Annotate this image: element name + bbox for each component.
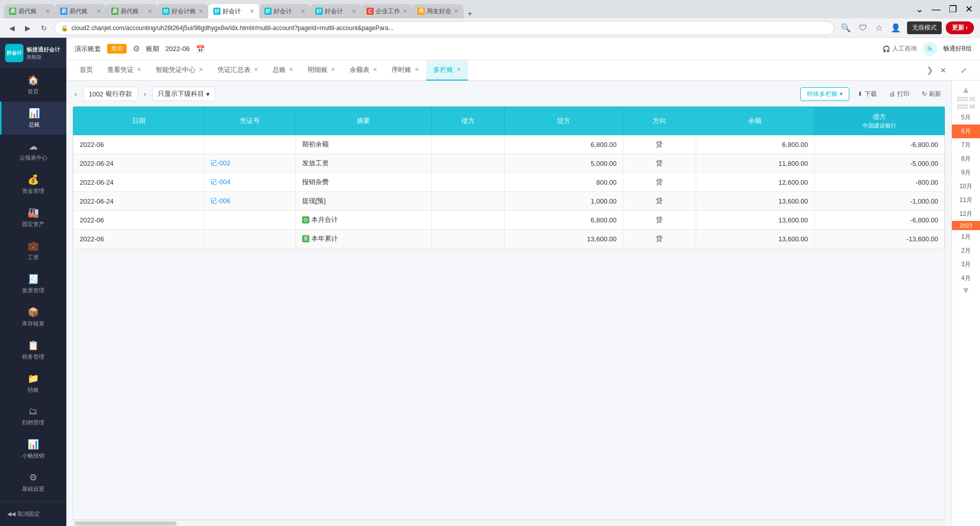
download-button[interactable]: ⬇ 下载 [853,87,881,101]
tab-enterprise-8[interactable]: C 企业工作 ✕ [361,4,412,18]
profile-icon[interactable]: 👤 [889,21,903,35]
h-scroll-thumb[interactable] [75,521,177,525]
tab-detail-ledger[interactable]: 明细账 ✕ [301,60,342,81]
tab-yidaizhang-2[interactable]: 易 易代账 ✕ [55,4,106,18]
tab-close-9[interactable]: ✕ [454,8,458,15]
timeline-month-12[interactable]: 12月 [952,207,980,221]
tab-close-7[interactable]: ✕ [352,8,356,15]
tab-yidaizhang-3[interactable]: 易 易代账 ✕ [106,4,157,18]
timeline-month-1[interactable]: 1月 [952,230,980,244]
tab-close-8[interactable]: ✕ [403,8,407,15]
back-button[interactable]: ◀ [6,22,18,34]
sidebar-item-settlement[interactable]: 📁 结账 [0,367,66,400]
tab-haohuiji-4[interactable]: 好 好会计账 ✕ [157,4,208,18]
sidebar-item-fixed-assets[interactable]: 🏭 固定资产 [0,201,66,234]
tab-detail-ledger-close[interactable]: ✕ [331,66,335,73]
sidebar-item-ledger[interactable]: 📊 总账 [0,102,66,135]
timeline-scroll-up[interactable]: ▲ [962,85,971,95]
account-selector[interactable]: 1002 银行存款 [83,87,138,101]
tab-close-2[interactable]: ✕ [96,8,101,15]
timeline-month-9[interactable]: 9月 [952,166,980,180]
timeline-month-6[interactable]: 6月 [952,124,980,138]
row2-voucher[interactable]: 记-002 [204,154,296,173]
row4-voucher[interactable]: 记-006 [204,192,296,211]
reload-button[interactable]: ↻ [38,22,50,34]
tab-list-button[interactable]: ⌄ [913,2,926,17]
timeline-scroll-down[interactable]: ▼ [962,285,971,296]
panel-close-icon[interactable]: ✕ [933,60,953,81]
timeline-month-3[interactable]: 3月 [952,258,980,271]
sidebar-item-archive[interactable]: 🗂 归档管理 [0,400,66,433]
tab-close-5[interactable]: ✕ [250,8,254,15]
new-tab-button[interactable]: + [463,9,476,18]
tab-smart-voucher-close[interactable]: ✕ [199,66,203,73]
tab-smart-voucher[interactable]: 智能凭证中心 ✕ [149,60,210,81]
sidebar-item-cloud-report[interactable]: ☁ 云报表中心 [0,135,66,168]
forward-button[interactable]: ▶ [22,22,34,34]
sidebar-item-tax[interactable]: 📋 税务管理 [0,334,66,367]
tab-multi-col[interactable]: 多栏账 ✕ [426,60,468,81]
tab-haohuiji-5[interactable]: 好 好会计 ✕ [208,4,259,18]
close-window-button[interactable]: ✕ [962,2,976,17]
sidebar-item-payroll[interactable]: 💼 工资 [0,234,66,267]
service-button[interactable]: 🎧 人工咨询 [883,44,917,53]
search-icon[interactable]: 🔍 [839,21,853,35]
row3-voucher[interactable]: 记-004 [204,173,296,192]
tab-multi-col-close[interactable]: ✕ [456,66,461,73]
timeline-month-4[interactable]: 4月 [952,271,980,285]
shield-icon[interactable]: 🛡 [857,21,869,35]
star-icon[interactable]: ☆ [873,21,885,35]
tab-yonyou-9[interactable]: 用 用友好业 ✕ [412,4,463,18]
calendar-icon[interactable]: 📅 [196,45,205,53]
tab-voucher-summary[interactable]: 凭证汇总表 ✕ [210,60,265,81]
tab-arrow-icon[interactable]: ❯ [926,65,933,75]
settings-gear-icon[interactable]: ⚙ [133,44,140,54]
tab-close-1[interactable]: ✕ [45,8,50,15]
tab-close-6[interactable]: ✕ [301,8,305,15]
tab-general-ledger[interactable]: 总账 ✕ [265,60,301,81]
tab-view-voucher[interactable]: 查看凭证 ✕ [100,60,149,81]
sidebar-item-inventory[interactable]: 📦 库存核算 [0,300,66,334]
filter-selector[interactable]: 只显示下级科目 ▾ [152,87,215,101]
tab-general-ledger-close[interactable]: ✕ [289,66,293,73]
sidebar-item-home[interactable]: 🏠 首页 [0,68,66,102]
account-next-button[interactable]: › [142,88,149,100]
tab-balance[interactable]: 余额表 ✕ [342,60,384,81]
tab-haohuiji-7[interactable]: 好 好会计 ✕ [310,4,361,18]
refresh-button[interactable]: ↻ 刷新 [918,87,945,101]
panel-expand-icon[interactable]: ⤢ [953,60,974,81]
tab-home[interactable]: 首页 [72,60,100,81]
no-trace-mode-button[interactable]: 无痕模式 [907,21,942,34]
timeline-month-7[interactable]: 7月 [952,138,980,152]
tab-yidaizhang-1[interactable]: 易 易代账 ✕ [4,4,55,18]
tab-close-3[interactable]: ✕ [148,8,152,15]
tab-close-4[interactable]: ✕ [199,8,203,15]
timeline-month-2[interactable]: 2月 [952,244,980,258]
timeline-month-10[interactable]: 10月 [952,180,980,193]
account-prev-button[interactable]: ‹ [72,88,79,100]
minimize-button[interactable]: — [928,2,944,17]
sidebar-item-invoice[interactable]: 🧾 发票管理 [0,267,66,300]
sidebar-item-expense[interactable]: 📊 小畅报销 [0,433,66,466]
maximize-button[interactable]: ❐ [946,2,960,17]
timeline-month-11[interactable]: 11月 [952,193,980,207]
tab-view-voucher-close[interactable]: ✕ [137,66,141,73]
tab-voucher-summary-close[interactable]: ✕ [254,66,258,73]
tab-seq-ledger[interactable]: 序时账 ✕ [384,60,426,81]
update-button[interactable]: 更新 › [946,21,974,34]
tab-haohuiji-6[interactable]: 好 好会计 ✕ [259,4,310,18]
multi-col-button[interactable]: 特殊多栏账 ▾ [800,87,849,101]
pin-button[interactable]: ◀◀ 取消固定 [4,507,62,521]
horizontal-scrollbar[interactable] [72,520,945,526]
timeline-month-8[interactable]: 8月 [952,152,980,166]
tab-seq-ledger-close[interactable]: ✕ [414,66,419,73]
timeline-month-5[interactable]: 5月 [952,111,980,124]
tab-smart-voucher-label: 智能凭证中心 [156,65,195,74]
top-bar-right: 🎧 人工咨询 头 畅通好B组 [883,42,972,56]
sidebar-item-fund[interactable]: 💰 资金管理 [0,168,66,201]
print-button[interactable]: 🖨 打印 [885,87,914,101]
tag-button[interactable]: 禁用 [107,44,127,54]
url-bar[interactable]: 🔒 cloud2.chanjet.com/accounting/uh26t264… [54,21,835,35]
tab-balance-close[interactable]: ✕ [373,66,377,73]
sidebar-item-settings[interactable]: ⚙ 基础设置 [0,466,66,499]
